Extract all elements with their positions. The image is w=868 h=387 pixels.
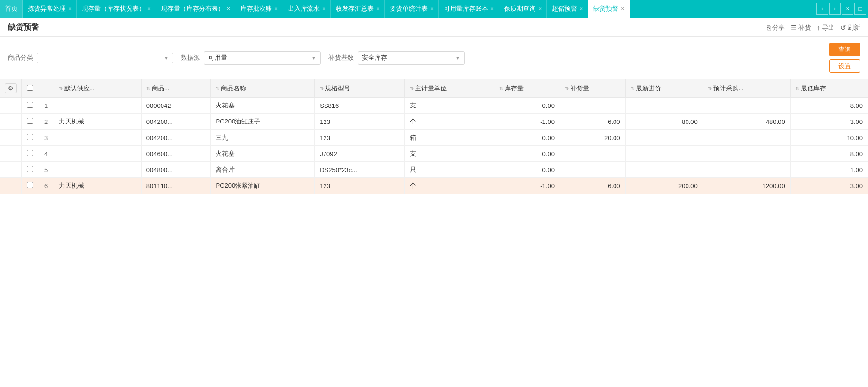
close-tab-demand-stats[interactable]: × — [430, 5, 434, 12]
sort-code-icon[interactable]: ⇅ — [146, 86, 150, 91]
sort-name-icon[interactable]: ⇅ — [216, 86, 219, 91]
row-product-name: PC200油缸庄子 — [211, 114, 315, 130]
row-checkbox-4[interactable] — [27, 166, 33, 172]
nav-tab-expiry-query[interactable]: 保质期查询 × — [499, 0, 547, 18]
query-button[interactable]: 查询 — [829, 43, 860, 56]
close-tab-inout-flow[interactable]: × — [322, 5, 326, 12]
row-replenish-qty: 6.00 — [560, 178, 625, 194]
replenish-action[interactable]: ☰ 补货 — [791, 23, 811, 32]
row-checkbox-cell — [22, 162, 38, 178]
sort-inventory-icon[interactable]: ⇅ — [499, 86, 503, 91]
nav-next-button[interactable]: › — [829, 3, 841, 15]
row-checkbox-1[interactable] — [27, 118, 33, 124]
close-tab-shortage[interactable]: × — [621, 5, 624, 12]
row-number: 3 — [38, 130, 54, 146]
close-tab-expiry-query[interactable]: × — [538, 5, 542, 12]
header-actions: ⎘ 分享 ☰ 补货 ↑ 导出 ↺ 刷新 — [767, 23, 860, 32]
nav-tab-receipt-summary[interactable]: 收发存汇总表 × — [331, 0, 385, 18]
row-est-purchase: 480.00 — [703, 114, 790, 130]
nav-tab-available-ledger[interactable]: 可用量库存账本 × — [439, 0, 499, 18]
sort-est-purchase-icon[interactable]: ⇅ — [708, 86, 712, 91]
nav-tab-inventory-dist[interactable]: 现存量（库存分布表） × — [156, 0, 235, 18]
nav-tab-demand-stats[interactable]: 要货单统计表 × — [385, 0, 439, 18]
nav-maximize-button[interactable]: □ — [854, 3, 866, 15]
category-select[interactable]: ▼ — [37, 53, 173, 63]
row-gear-cell — [0, 114, 22, 130]
row-unit: 箱 — [405, 130, 494, 146]
replenish-base-select[interactable]: 安全库存 ▼ — [358, 51, 465, 65]
row-checkbox-cell — [22, 146, 38, 162]
datasource-value: 可用量 — [208, 53, 227, 62]
row-est-purchase — [703, 130, 790, 146]
table-row: 1 0000042 火花塞 SS816 支 0.00 8.00 — [0, 98, 868, 114]
row-supplier — [54, 130, 142, 146]
sort-latest-price-icon[interactable]: ⇅ — [631, 86, 634, 91]
row-spec: 123 — [315, 178, 405, 194]
row-latest-price — [625, 146, 703, 162]
nav-close-button[interactable]: × — [842, 3, 853, 15]
row-replenish-qty — [560, 162, 625, 178]
row-checkbox-3[interactable] — [27, 150, 33, 156]
row-product-code: 801110... — [141, 178, 211, 194]
row-product-name: 火花塞 — [211, 98, 315, 114]
col-min-inventory-header: ⇅ 最低库存 — [790, 79, 868, 98]
nav-tab-home[interactable]: 首页 — [0, 0, 23, 18]
close-tab-exception[interactable]: × — [68, 5, 72, 12]
row-product-code: 004200... — [141, 114, 211, 130]
close-tab-overstock[interactable]: × — [579, 5, 583, 12]
row-supplier — [54, 162, 142, 178]
nav-tab-shortage[interactable]: 缺货预警 × — [588, 0, 630, 18]
row-checkbox-0[interactable] — [27, 102, 33, 108]
datasource-label: 数据源 — [181, 53, 200, 62]
select-all-checkbox[interactable] — [27, 85, 33, 91]
nav-controls: ‹ › × □ — [814, 3, 868, 15]
row-checkbox-5[interactable] — [27, 182, 33, 188]
row-latest-price — [625, 98, 703, 114]
nav-tab-inout-flow[interactable]: 出入库流水 × — [283, 0, 331, 18]
close-tab-receipt-summary[interactable]: × — [376, 5, 380, 12]
row-product-code: 004200... — [141, 130, 211, 146]
sort-min-inventory-icon[interactable]: ⇅ — [796, 86, 799, 91]
row-min-inventory: 1.00 — [790, 162, 868, 178]
sort-supplier-icon[interactable]: ⇅ — [59, 86, 63, 91]
row-checkbox-cell — [22, 114, 38, 130]
row-replenish-qty: 6.00 — [560, 114, 625, 130]
export-action[interactable]: ↑ 导出 — [817, 23, 834, 32]
nav-tab-batch-account[interactable]: 库存批次账 × — [235, 0, 283, 18]
sort-replenish-qty-icon[interactable]: ⇅ — [565, 86, 569, 91]
row-unit: 只 — [405, 162, 494, 178]
nav-tab-overstock[interactable]: 超储预警 × — [547, 0, 588, 18]
share-action[interactable]: ⎘ 分享 — [767, 23, 785, 32]
table-row: 3 004200... 三九 123 箱 0.00 20.00 10.00 — [0, 130, 868, 146]
row-supplier — [54, 146, 142, 162]
row-min-inventory: 3.00 — [790, 178, 868, 194]
sort-spec-icon[interactable]: ⇅ — [320, 86, 324, 91]
row-gear-cell — [0, 178, 22, 194]
row-spec: 123 — [315, 114, 405, 130]
row-gear-cell — [0, 146, 22, 162]
refresh-action[interactable]: ↺ 刷新 — [840, 23, 860, 32]
nav-tab-inventory-status[interactable]: 现存量（库存状况表） × — [77, 0, 156, 18]
col-spec-header: ⇅ 规格型号 — [315, 79, 405, 98]
row-latest-price — [625, 162, 703, 178]
row-product-name: 火花塞 — [211, 146, 315, 162]
column-settings-button[interactable]: ⚙ — [5, 83, 17, 93]
row-product-name: 离合片 — [211, 162, 315, 178]
col-rownum-header — [38, 79, 54, 98]
sort-unit-icon[interactable]: ⇅ — [410, 86, 414, 91]
close-tab-inventory-status[interactable]: × — [147, 5, 151, 12]
close-tab-available-ledger[interactable]: × — [490, 5, 494, 12]
datasource-select[interactable]: 可用量 ▼ — [204, 51, 321, 65]
row-replenish-qty — [560, 98, 625, 114]
close-tab-inventory-dist[interactable]: × — [227, 5, 230, 12]
nav-prev-button[interactable]: ‹ — [816, 3, 828, 15]
page-header: 缺货预警 ⎘ 分享 ☰ 补货 ↑ 导出 ↺ 刷新 — [0, 18, 868, 37]
row-gear-cell — [0, 98, 22, 114]
row-unit: 个 — [405, 178, 494, 194]
close-tab-batch-account[interactable]: × — [274, 5, 278, 12]
row-checkbox-2[interactable] — [27, 134, 33, 140]
row-checkbox-cell — [22, 130, 38, 146]
row-replenish-qty — [560, 146, 625, 162]
nav-tab-exception[interactable]: 拣货异常处理 × — [23, 0, 77, 18]
settings-button[interactable]: 设置 — [829, 59, 860, 73]
